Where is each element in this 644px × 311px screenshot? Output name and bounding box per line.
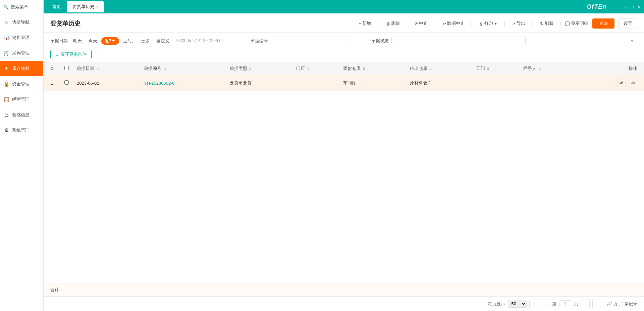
export-icon: ↗ [512, 21, 516, 26]
col-order-type-sort[interactable]: ⇅ [249, 67, 252, 71]
sidebar-item-operations[interactable]: 📋 经营管理 [0, 92, 43, 107]
table-header-row: ⚙ 单据日期 ⇅ 单据编号 ⇅ [44, 62, 644, 75]
status-dropdown-icon[interactable]: ▼ [630, 39, 634, 43]
sidebar-item-label: 系统管理 [12, 127, 30, 133]
search-menu[interactable]: 🔍 搜索菜单 [0, 0, 43, 14]
export-button[interactable]: ↗ 导出 [509, 19, 528, 28]
operations-icon: 📋 [3, 96, 9, 102]
row-date: 2023-06-02 [73, 75, 140, 91]
table-row: 1 2023-06-02 YH-20230602-0 要货单要货 车间库 原材料… [44, 75, 644, 91]
sidebar-item-inventory[interactable]: ⊞ 库存核算 [0, 61, 43, 76]
row-view-btn[interactable] [629, 79, 637, 87]
col-store-sort[interactable]: ⇅ [307, 67, 310, 71]
select-all-checkbox[interactable] [64, 66, 69, 70]
new-button[interactable]: + 新增 [356, 19, 374, 28]
per-page-select[interactable]: 50 100 200 [508, 300, 527, 308]
date-btn-7days[interactable]: 近7天 [101, 37, 119, 45]
filter-status: 单据状态 ▼ [371, 37, 637, 45]
settings-button[interactable]: 设置 [619, 18, 637, 29]
row-num: 1 [44, 75, 60, 91]
col-req-warehouse: 要货仓库 ⇅ [339, 62, 406, 75]
sidebar-item-system[interactable]: ⚙ 系统管理 [0, 123, 43, 138]
col-dept: 部门 ⇅ [472, 62, 520, 75]
first-page-btn[interactable]: « [529, 300, 538, 308]
row-checkbox-cell [60, 75, 73, 91]
tab-order-history[interactable]: 要货单历史 × [67, 1, 104, 12]
order-no-link[interactable]: YH-20230602-0 [144, 81, 175, 86]
tab-home-label: 首页 [52, 4, 61, 10]
row-order-type: 要货单要货 [226, 75, 292, 91]
sidebar-item-label: 采购管理 [12, 50, 30, 56]
minimize-btn[interactable]: — [623, 4, 628, 9]
date-btn-today[interactable]: 今天 [86, 37, 100, 45]
svg-point-1 [632, 82, 634, 84]
sidebar-item-finance[interactable]: 🔒 资金管理 [0, 76, 43, 92]
date-btn-more[interactable]: 更多 [138, 37, 152, 45]
sidebar-item-basic[interactable]: 🗂 基础信息 [0, 107, 43, 123]
col-handler-sort[interactable]: ⇅ [538, 67, 541, 71]
col-dept-sort[interactable]: ⇅ [487, 67, 489, 71]
current-page[interactable]: 1 [559, 300, 571, 307]
refresh-icon: ↻ [540, 21, 544, 26]
row-edit-btn[interactable] [617, 79, 626, 87]
next-page-btn[interactable]: › [581, 300, 590, 308]
col-settings: ⚙ [44, 62, 60, 75]
row-order-no: YH-20230602-0 [140, 75, 226, 91]
col-order-type-label: 单据类型 [230, 66, 247, 71]
settings-icon[interactable]: ⚙ [50, 66, 54, 71]
table-wrap: ⚙ 单据日期 ⇅ 单据编号 ⇅ [44, 62, 644, 283]
date-btn-1month[interactable]: 近1月 [120, 37, 137, 45]
query-button[interactable]: 查询 [592, 18, 614, 29]
date-btn-yesterday[interactable]: 昨天 [70, 37, 85, 45]
show-detail-label: 显示明细 [571, 20, 588, 27]
system-icon: ⚙ [3, 127, 9, 133]
page-suffix: 页 [574, 301, 578, 307]
sidebar-item-sales[interactable]: 📊 销售管理 [0, 30, 43, 45]
tab-order-history-label: 要货单历史 [72, 4, 94, 10]
stop-icon: ⊘ [414, 21, 418, 26]
date-buttons-group: 昨天 今天 近7天 近1月 更多 自定义 [70, 37, 172, 45]
page-label: 第 [552, 301, 556, 307]
sidebar-item-purchase[interactable]: 🛒 采购管理 [0, 45, 43, 61]
cancel-stop-icon: ↩ [442, 21, 446, 26]
close-btn[interactable]: ✕ [637, 4, 641, 9]
cancel-stop-button[interactable]: ↩ 取消中止 [440, 19, 467, 28]
col-date-sort[interactable]: ⇅ [96, 67, 99, 71]
show-detail-checkbox[interactable] [565, 21, 570, 26]
sidebar-item-home[interactable]: ⌂ 快捷导航 [0, 14, 43, 30]
col-out-warehouse-sort[interactable]: ⇅ [429, 67, 432, 71]
expand-label: 展开更多条件 [60, 51, 87, 57]
content-area: 要货单历史 + 新增 | 🗑 删除 | ⊘ 中止 | ↩ 取消中止 | [44, 13, 644, 311]
tab-close-icon[interactable]: × [96, 5, 98, 9]
order-no-input[interactable] [271, 37, 351, 45]
delete-button[interactable]: 🗑 删除 [383, 19, 402, 28]
table-body: 1 2023-06-02 YH-20230602-0 要货单要货 车间库 原材料… [44, 75, 644, 91]
col-date: 单据日期 ⇅ [73, 62, 140, 75]
prev-page-btn[interactable]: ‹ [541, 300, 549, 308]
refresh-button[interactable]: ↻ 刷新 [537, 19, 556, 28]
last-page-btn[interactable]: » [592, 300, 601, 308]
order-no-filter-label: 单据编号 [251, 38, 268, 44]
expand-row: ⌄ 展开更多条件 [50, 47, 637, 59]
row-actions [576, 75, 644, 91]
col-order-no-sort[interactable]: ⇅ [163, 67, 166, 71]
row-dept [472, 75, 520, 91]
col-req-warehouse-sort[interactable]: ⇅ [363, 67, 365, 71]
page-title: 要货单历史 [50, 19, 80, 28]
filter-row-1: 单据日期 昨天 今天 近7天 近1月 更多 自定义 2023-05-27 至 2… [50, 37, 637, 45]
stop-button[interactable]: ⊘ 中止 [412, 19, 430, 28]
date-btn-custom[interactable]: 自定义 [154, 37, 172, 45]
expand-button[interactable]: ⌄ 展开更多条件 [50, 50, 92, 59]
col-action-label: 操作 [629, 66, 637, 71]
sidebar-item-label: 基础信息 [12, 112, 30, 118]
row-checkbox[interactable] [64, 80, 69, 85]
tab-home[interactable]: 首页 [47, 1, 66, 12]
main-area: 首页 要货单历史 × OfTEn — □ ✕ 要货单历史 + 新增 | 🗑 删除… [44, 0, 644, 311]
col-order-type: 单据类型 ⇅ [226, 62, 292, 75]
print-button[interactable]: 🖨 打印 ▼ [476, 19, 500, 28]
search-icon: 🔍 [3, 5, 9, 10]
pagination: 每页显示 50 100 200 « ‹ 第 1 页 › » 共1页，1条记录 [44, 296, 644, 311]
status-input[interactable] [391, 37, 526, 45]
maximize-btn[interactable]: □ [631, 4, 634, 9]
col-handler: 经手人 ⇅ [519, 62, 576, 75]
